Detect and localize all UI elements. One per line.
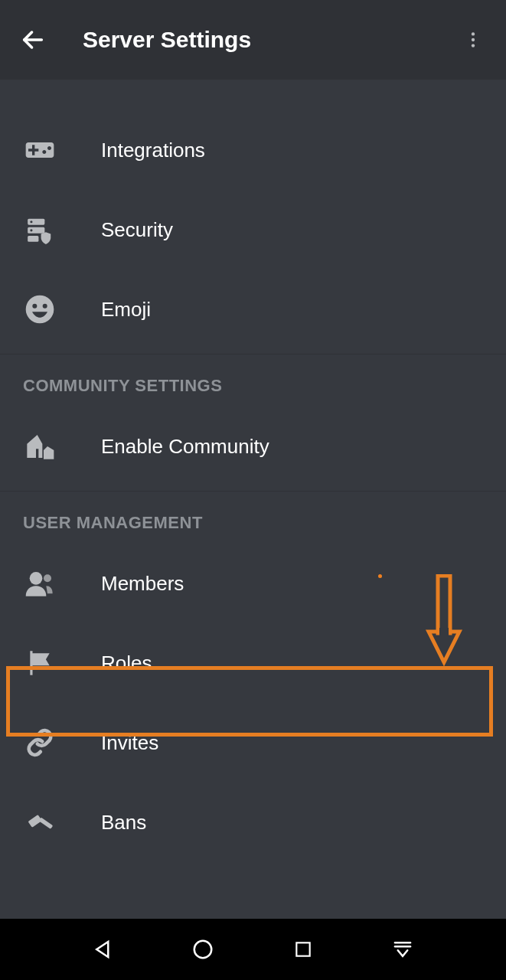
section-header-community: COMMUNITY SETTINGS	[0, 354, 506, 407]
section-header-user-management: USER MANAGEMENT	[0, 492, 506, 544]
more-vertical-icon	[463, 30, 483, 50]
settings-item-security[interactable]: Security	[0, 190, 506, 270]
back-button[interactable]	[14, 21, 52, 59]
settings-item-label: Enable Community	[101, 435, 269, 459]
shield-server-icon	[23, 213, 57, 247]
settings-list: Integrations Security Emoji COMMUNITY SE…	[0, 80, 506, 862]
settings-item-label: Invites	[101, 731, 158, 755]
svg-rect-21	[296, 942, 309, 956]
settings-item-enable-community[interactable]: Enable Community	[0, 407, 506, 486]
square-recent-icon	[293, 939, 313, 959]
settings-item-invites[interactable]: Invites	[0, 703, 506, 782]
nav-back-button[interactable]	[84, 930, 122, 969]
settings-item-label: Roles	[101, 652, 152, 675]
settings-item-label: Bans	[101, 811, 146, 835]
svg-marker-19	[96, 942, 108, 957]
svg-rect-15	[39, 817, 54, 828]
settings-item-emoji[interactable]: Emoji	[0, 270, 506, 349]
page-title: Server Settings	[83, 27, 454, 53]
dropdown-icon	[391, 938, 414, 961]
nav-home-button[interactable]	[184, 930, 222, 969]
flag-icon	[23, 646, 57, 680]
svg-point-3	[472, 44, 475, 47]
settings-item-label: Security	[101, 218, 173, 242]
svg-point-13	[44, 574, 51, 582]
svg-point-2	[472, 38, 475, 41]
gavel-icon	[23, 805, 57, 839]
annotation-dot	[378, 574, 382, 578]
back-arrow-icon	[20, 27, 46, 53]
emoji-icon	[23, 292, 57, 326]
svg-point-12	[30, 572, 43, 585]
svg-point-9	[26, 296, 54, 324]
settings-item-label: Members	[101, 572, 184, 596]
circle-home-icon	[191, 938, 214, 961]
svg-point-8	[30, 229, 32, 231]
nav-dropdown-button[interactable]	[384, 930, 422, 969]
settings-item-bans[interactable]: Bans	[0, 782, 506, 862]
svg-point-11	[43, 304, 47, 309]
app-header: Server Settings	[0, 0, 506, 80]
svg-point-20	[194, 941, 212, 959]
svg-point-1	[472, 32, 475, 35]
link-icon	[23, 726, 57, 760]
settings-item-members[interactable]: Members	[0, 544, 506, 623]
svg-point-10	[32, 304, 37, 309]
more-options-button[interactable]	[454, 21, 492, 59]
settings-item-label: Emoji	[101, 298, 151, 322]
settings-item-roles[interactable]: Roles	[0, 623, 506, 703]
gamepad-icon	[23, 133, 57, 167]
android-nav-bar	[0, 919, 506, 980]
svg-rect-6	[28, 236, 38, 242]
settings-item-label: Integrations	[101, 139, 205, 162]
svg-point-7	[30, 220, 32, 223]
members-icon	[23, 567, 57, 600]
community-house-icon	[23, 430, 57, 463]
settings-item-integrations[interactable]: Integrations	[0, 110, 506, 190]
nav-recent-button[interactable]	[284, 930, 322, 969]
triangle-back-icon	[92, 938, 115, 961]
